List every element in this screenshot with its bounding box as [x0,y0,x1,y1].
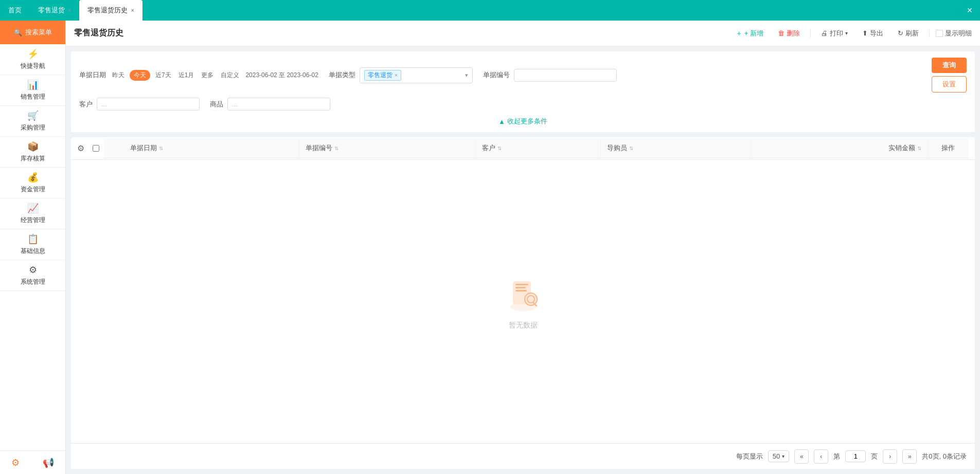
sidebar-item-basic-info-label: 基础信息 [21,247,45,256]
tab-retail-return-close[interactable]: × [68,7,71,13]
filter-row-2: 客户 ... 商品 ... [79,98,967,111]
date-opt-7days[interactable]: 近7天 [153,70,173,81]
page-suffix: 页 [871,452,878,461]
sort-date-icon: ⇅ [159,145,163,151]
sidebar-speaker-button[interactable]: 📢 [43,457,54,468]
tab-retail-return-history[interactable]: 零售退货历史 × [79,0,142,21]
pagination-bar: 每页显示 50 ▾ « ‹ 第 页 › » 共0页, 0条记录 [71,443,975,469]
sidebar-item-quick-nav[interactable]: ⚡ 快捷导航 [0,44,65,75]
sidebar-settings-button[interactable]: ⚙ [11,457,20,468]
sidebar-item-quick-nav-label: 快捷导航 [21,62,45,70]
page-size-select[interactable]: 50 ▾ [768,450,789,462]
doc-type-select[interactable]: 零售退货 × ▾ [360,67,473,83]
doc-type-tag-label: 零售退货 [368,71,393,80]
doc-no-label: 单据编号 [483,70,510,80]
collapse-icon: ▲ [498,118,505,125]
date-range-display: 2023-06-02 至 2023-06-02 [245,71,318,80]
window-close-button[interactable]: × [959,0,980,21]
page-size-label: 每页显示 [736,452,763,461]
collapse-filter-button[interactable]: ▲ 收起更多条件 [498,117,547,126]
sidebar-item-ops-mgmt[interactable]: 📈 经营管理 [0,198,65,229]
delete-button[interactable]: 🗑 删除 [774,27,804,40]
empty-state-label: 暂无数据 [509,321,538,330]
export-icon: ⬆ [862,29,868,37]
th-guide[interactable]: 导购员 ⇅ [600,138,751,158]
main-layout: 🔍 搜索菜单 ⚡ 快捷导航 📊 销售管理 🛒 采购管理 📦 库存核算 💰 资金管… [0,21,980,474]
purchase-mgmt-icon: 🛒 [27,110,39,121]
th-amount[interactable]: 实销金额 ⇅ [751,138,928,158]
refresh-button[interactable]: ↻ 刷新 [894,27,923,40]
date-opt-yesterday[interactable]: 昨天 [110,70,127,81]
query-buttons: 查询 设置 [932,58,967,93]
sidebar-item-finance[interactable]: 💰 资金管理 [0,168,65,198]
doc-type-chevron-icon: ▾ [465,72,468,79]
query-button[interactable]: 查询 [932,58,967,73]
sidebar-item-basic-info[interactable]: 📋 基础信息 [0,229,65,260]
show-detail-toggle[interactable]: 显示明细 [936,29,972,38]
divider2 [929,29,930,38]
inventory-icon: 📦 [27,141,39,152]
show-detail-checkbox[interactable] [936,30,943,37]
tab-home[interactable]: 首页 [0,0,30,21]
sidebar: 🔍 搜索菜单 ⚡ 快捷导航 📊 销售管理 🛒 采购管理 📦 库存核算 💰 资金管… [0,21,66,474]
select-all-checkbox[interactable] [93,145,99,152]
th-checkbox [103,138,124,158]
th-customer[interactable]: 客户 ⇅ [476,138,601,158]
table-settings-icon[interactable]: ⚙ [77,143,84,153]
tab-retail-return[interactable]: 零售退货 × [30,0,79,21]
page-size-value: 50 [773,452,780,460]
print-button[interactable]: 🖨 打印 ▾ [817,27,852,40]
tab-retail-return-label: 零售退货 [38,6,65,15]
date-opt-today[interactable]: 今天 [130,70,150,81]
next-page-button[interactable]: › [883,449,897,464]
sys-mgmt-icon: ⚙ [29,264,37,276]
header-actions: ＋ + 新增 🗑 删除 🖨 打印 ▾ ⬆ 导出 ↻ [732,27,972,40]
doc-no-input[interactable] [514,69,617,82]
search-icon: 🔍 [14,29,22,37]
first-page-button[interactable]: « [794,449,809,464]
new-label: + 新增 [744,29,763,38]
new-button[interactable]: ＋ + 新增 [732,27,768,40]
date-opt-more[interactable]: 更多 [199,70,216,81]
sidebar-item-sales-mgmt[interactable]: 📊 销售管理 [0,75,65,106]
svg-point-5 [525,293,537,305]
page-size-chevron: ▾ [782,453,785,459]
sort-customer-icon: ⇅ [497,145,502,151]
goods-label: 商品 [210,100,223,109]
page-number-input[interactable] [845,450,866,462]
doc-type-tag: 零售退货 × [364,70,401,81]
date-filter-label: 单据日期 [79,70,106,80]
delete-label: 删除 [787,29,800,38]
export-label: 导出 [870,29,883,38]
date-opt-1month[interactable]: 近1月 [176,70,197,81]
print-icon: 🖨 [821,29,828,37]
sidebar-bottom: ⚙ 📢 [0,450,65,474]
svg-rect-3 [515,287,526,288]
new-icon: ＋ [736,29,742,38]
sidebar-item-purchase-mgmt[interactable]: 🛒 采购管理 [0,106,65,137]
sidebar-item-sys-mgmt[interactable]: ⚙ 系统管理 [0,260,65,291]
export-button[interactable]: ⬆ 导出 [858,27,887,40]
tab-retail-return-history-label: 零售退货历史 [87,6,128,15]
settings-button[interactable]: 设置 [932,76,967,93]
sidebar-search[interactable]: 🔍 搜索菜单 [0,21,65,44]
sidebar-item-inventory[interactable]: 📦 库存核算 [0,137,65,168]
tab-retail-return-history-close[interactable]: × [131,7,134,13]
filter-goods: 商品 ... [210,98,330,111]
th-no[interactable]: 单据编号 ⇅ [299,138,476,158]
filter-customer: 客户 ... [79,98,200,111]
doc-type-tag-close[interactable]: × [395,72,398,78]
th-date[interactable]: 单据日期 ⇅ [124,138,299,158]
sort-no-icon: ⇅ [334,145,338,151]
prev-page-button[interactable]: ‹ [814,449,828,464]
customer-select[interactable]: ... [97,98,200,111]
print-label: 打印 [830,29,843,38]
quick-nav-icon: ⚡ [27,48,39,60]
goods-select[interactable]: ... [227,98,330,111]
last-page-button[interactable]: » [902,449,917,464]
customer-ellipsis: ... [101,100,107,108]
filter-row-1: 单据日期 昨天 今天 近7天 近1月 更多 自定义 2023-06-02 至 2… [79,58,967,93]
sales-mgmt-icon: 📊 [27,79,39,90]
date-opt-custom[interactable]: 自定义 [219,70,241,81]
refresh-label: 刷新 [905,29,919,38]
